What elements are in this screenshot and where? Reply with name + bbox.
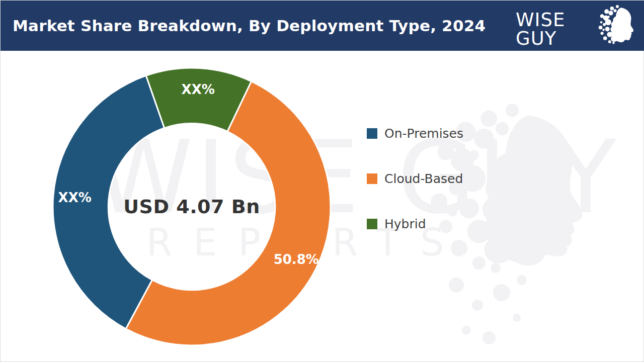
legend-item-cloud-based: Cloud-Based xyxy=(367,171,463,186)
legend-swatch xyxy=(367,128,377,139)
slice-label-on-premises: XX% xyxy=(58,190,92,205)
legend-swatch xyxy=(367,219,377,229)
legend-label: Hybrid xyxy=(384,217,426,231)
brand-head-icon xyxy=(598,5,636,47)
legend-item-on-premises: On-Premises xyxy=(367,126,463,140)
page-title: Market Share Breakdown, By Deployment Ty… xyxy=(13,1,486,51)
brand-logo: WISE GUY REPORTS xyxy=(516,5,636,47)
slice-label-cloud-based: 50.8% xyxy=(274,252,319,267)
brand-subtitle: REPORTS xyxy=(517,50,596,58)
donut-chart: XX%50.8%XX% USD 4.07 Bn xyxy=(51,66,333,347)
legend-swatch xyxy=(367,173,377,184)
chart-legend: On-PremisesCloud-BasedHybrid xyxy=(367,126,463,262)
legend-label: Cloud-Based xyxy=(384,171,463,186)
brand-logo-text: WISE GUY REPORTS xyxy=(516,11,596,58)
legend-item-hybrid: Hybrid xyxy=(367,217,463,231)
slice-label-hybrid: XX% xyxy=(182,82,215,97)
brand-name: WISE GUY xyxy=(516,11,596,48)
watermark-dots xyxy=(441,270,557,360)
legend-label: On-Premises xyxy=(384,126,463,141)
chart-center-value: USD 4.07 Bn xyxy=(123,196,260,218)
report-page: WISE GUY REPORTS Market Share Breakdown,… xyxy=(0,0,644,362)
header-bar: Market Share Breakdown, By Deployment Ty… xyxy=(1,1,644,51)
